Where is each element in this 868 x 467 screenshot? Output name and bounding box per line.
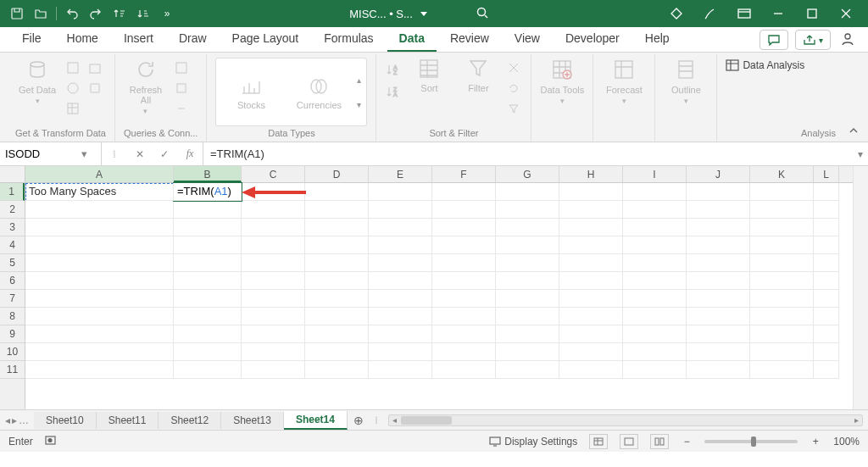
- cell-F7[interactable]: [432, 290, 496, 308]
- row-header[interactable]: 8: [0, 308, 25, 325]
- sheet-nav-ellipsis[interactable]: …: [19, 414, 29, 426]
- currencies-button[interactable]: Currencies: [289, 75, 348, 110]
- cell-K10[interactable]: [750, 343, 814, 361]
- cell-L1[interactable]: [814, 183, 839, 201]
- cell-G6[interactable]: [496, 272, 559, 290]
- zoom-out-button[interactable]: −: [681, 436, 693, 448]
- tab-insert[interactable]: Insert: [112, 26, 165, 52]
- cell-D10[interactable]: [305, 343, 369, 361]
- cell-H8[interactable]: [559, 308, 623, 325]
- column-header[interactable]: F: [432, 166, 496, 182]
- cell-J1[interactable]: [687, 183, 750, 201]
- cell-A6[interactable]: [25, 272, 174, 290]
- cell-G10[interactable]: [496, 343, 559, 361]
- stocks-button[interactable]: Stocks: [221, 75, 281, 110]
- cell-A7[interactable]: [25, 290, 174, 308]
- cell-A4[interactable]: [25, 236, 174, 254]
- macro-record-icon[interactable]: [45, 434, 58, 448]
- sort-asc-icon[interactable]: [109, 3, 130, 24]
- cell-I1[interactable]: [623, 183, 687, 201]
- cell-F8[interactable]: [432, 308, 496, 325]
- cell-J4[interactable]: [687, 236, 750, 254]
- ribbon-display-icon[interactable]: [729, 2, 760, 25]
- tab-home[interactable]: Home: [55, 26, 110, 52]
- cell-B11[interactable]: [174, 361, 242, 379]
- row-header[interactable]: 11: [0, 361, 25, 379]
- hscroll-thumb[interactable]: [401, 416, 452, 425]
- cell-K3[interactable]: [750, 219, 814, 236]
- title-dropdown-icon[interactable]: [420, 8, 428, 20]
- data-analysis-button[interactable]: Data Analysis: [726, 59, 804, 71]
- cell-C1[interactable]: [242, 183, 305, 201]
- page-layout-view-icon[interactable]: [620, 434, 638, 449]
- sheet-tab[interactable]: Sheet10: [34, 412, 97, 429]
- cell-E10[interactable]: [369, 343, 432, 361]
- cell-B4[interactable]: [174, 236, 242, 254]
- forecast-button[interactable]: Forecast ▾: [602, 56, 646, 105]
- cell-C8[interactable]: [242, 308, 305, 325]
- tab-file[interactable]: File: [10, 26, 53, 52]
- cell-I9[interactable]: [623, 325, 687, 343]
- recent-sources-icon[interactable]: [86, 59, 103, 76]
- zoom-level[interactable]: 100%: [833, 436, 860, 448]
- properties-icon[interactable]: [173, 80, 190, 97]
- cell-C10[interactable]: [242, 343, 305, 361]
- sheet-tab[interactable]: Sheet11: [97, 412, 159, 429]
- filter-button[interactable]: Filter: [456, 56, 500, 93]
- column-header[interactable]: C: [242, 166, 305, 182]
- cell-L2[interactable]: [814, 201, 839, 219]
- cell-D9[interactable]: [305, 325, 369, 343]
- cell-K9[interactable]: [750, 325, 814, 343]
- cell-E5[interactable]: [369, 254, 432, 272]
- cell-K6[interactable]: [750, 272, 814, 290]
- cell-F10[interactable]: [432, 343, 496, 361]
- cell-G8[interactable]: [496, 308, 559, 325]
- minimize-button[interactable]: [763, 2, 793, 25]
- cell-E4[interactable]: [369, 236, 432, 254]
- from-text-icon[interactable]: [64, 59, 81, 76]
- sheet-nav-next-icon[interactable]: ▸: [12, 414, 17, 426]
- advanced-filter-icon[interactable]: [505, 100, 522, 117]
- cell-L6[interactable]: [814, 272, 839, 290]
- refresh-all-button[interactable]: Refresh All ▾: [124, 56, 168, 115]
- fx-icon[interactable]: fx: [181, 147, 198, 160]
- tab-page-layout[interactable]: Page Layout: [220, 26, 311, 52]
- cell-B5[interactable]: [174, 254, 242, 272]
- cell-A3[interactable]: [25, 219, 174, 236]
- cell-L5[interactable]: [814, 254, 839, 272]
- normal-view-icon[interactable]: [589, 434, 608, 449]
- row-header[interactable]: 5: [0, 254, 25, 272]
- cell-F1[interactable]: [432, 183, 496, 201]
- cell-D3[interactable]: [305, 219, 369, 236]
- cell-I11[interactable]: [623, 361, 687, 379]
- sheet-tab[interactable]: Sheet14: [284, 411, 348, 430]
- cell-D1[interactable]: [305, 183, 369, 201]
- edit-links-icon[interactable]: [173, 100, 190, 117]
- zoom-in-button[interactable]: +: [810, 436, 821, 448]
- cell-D2[interactable]: [305, 201, 369, 219]
- cell-L3[interactable]: [814, 219, 839, 236]
- cell-I6[interactable]: [623, 272, 687, 290]
- cell-C2[interactable]: [242, 201, 305, 219]
- qat-overflow-icon[interactable]: »: [157, 3, 177, 24]
- cell-B2[interactable]: [174, 201, 242, 219]
- cell-C11[interactable]: [242, 361, 305, 379]
- cell-L11[interactable]: [814, 361, 839, 379]
- cell-L4[interactable]: [814, 236, 839, 254]
- cell-K2[interactable]: [750, 201, 814, 219]
- cell-H11[interactable]: [559, 361, 623, 379]
- name-box-input[interactable]: [5, 147, 81, 160]
- horizontal-scrollbar[interactable]: ◂ ▸: [388, 414, 863, 426]
- diamond-icon[interactable]: [661, 2, 692, 25]
- sheet-tab[interactable]: Sheet13: [221, 412, 284, 429]
- tab-review[interactable]: Review: [438, 26, 501, 52]
- row-header[interactable]: 1: [0, 183, 25, 201]
- get-data-button[interactable]: Get Data ▾: [15, 56, 59, 105]
- cell-G9[interactable]: [496, 325, 559, 343]
- cell-K4[interactable]: [750, 236, 814, 254]
- cell-F4[interactable]: [432, 236, 496, 254]
- data-tools-button[interactable]: Data Tools ▾: [540, 56, 584, 105]
- cell-K1[interactable]: [750, 183, 814, 201]
- row-header[interactable]: 10: [0, 343, 25, 361]
- cell-J2[interactable]: [687, 201, 750, 219]
